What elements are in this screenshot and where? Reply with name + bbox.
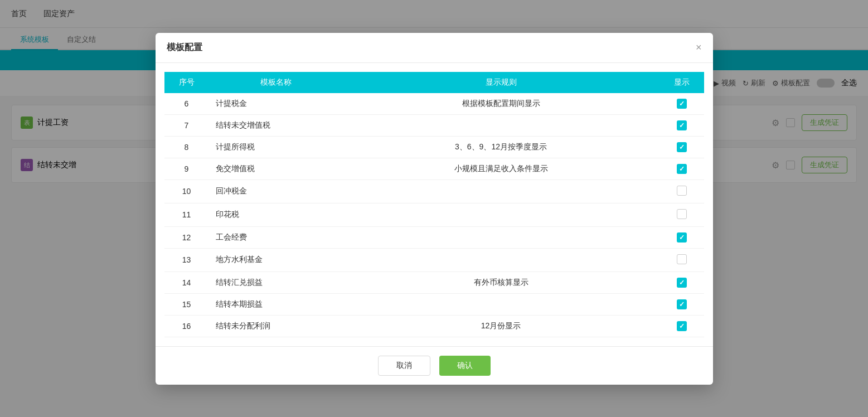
row-name: 结转本期损益	[209, 293, 343, 315]
row-checkbox[interactable]	[677, 299, 687, 309]
table-scroll[interactable]: 序号 模板名称 显示规则 显示 6计提税金根据模板配置期间显示7结转未交增值税8…	[164, 72, 704, 337]
row-checkbox[interactable]	[677, 186, 687, 196]
config-table: 序号 模板名称 显示规则 显示 6计提税金根据模板配置期间显示7结转未交增值税8…	[164, 72, 704, 337]
row-name: 回冲税金	[209, 180, 343, 203]
table-row: 11印花税	[164, 203, 704, 226]
table-row: 7结转未交增值税	[164, 114, 704, 136]
row-checkbox[interactable]	[677, 142, 687, 152]
table-row: 8计提所得税3、6、9、12月按季度显示	[164, 136, 704, 158]
row-rule: 有外币核算显示	[343, 271, 660, 293]
row-checkbox-cell	[660, 93, 704, 115]
row-checkbox[interactable]	[677, 254, 687, 264]
row-checkbox-cell	[660, 114, 704, 136]
row-rule: 小规模且满足收入条件显示	[343, 158, 660, 180]
table-row: 10回冲税金	[164, 180, 704, 203]
row-id: 12	[164, 226, 209, 248]
table-row: 14结转汇兑损益有外币核算显示	[164, 271, 704, 293]
modal-header: 模板配置 ×	[156, 33, 713, 63]
row-rule	[343, 293, 660, 315]
row-rule	[343, 248, 660, 271]
row-id: 8	[164, 136, 209, 158]
table-row: 12工会经费	[164, 226, 704, 248]
row-checkbox-cell	[660, 226, 704, 248]
modal-close-button[interactable]: ×	[696, 42, 702, 52]
row-id: 11	[164, 203, 209, 226]
row-name: 计提税金	[209, 93, 343, 115]
modal-body: 序号 模板名称 显示规则 显示 6计提税金根据模板配置期间显示7结转未交增值税8…	[156, 63, 713, 346]
row-checkbox[interactable]	[677, 278, 687, 288]
row-checkbox[interactable]	[677, 120, 687, 130]
row-checkbox-cell	[660, 180, 704, 203]
row-rule	[343, 114, 660, 136]
col-header-rule: 显示规则	[343, 72, 660, 93]
row-rule: 根据模板配置期间显示	[343, 93, 660, 115]
row-rule	[343, 226, 660, 248]
row-rule	[343, 203, 660, 226]
row-name: 地方水利基金	[209, 248, 343, 271]
row-id: 7	[164, 114, 209, 136]
col-header-id: 序号	[164, 72, 209, 93]
col-header-name: 模板名称	[209, 72, 343, 93]
row-name: 结转汇兑损益	[209, 271, 343, 293]
confirm-button[interactable]: 确认	[439, 356, 491, 376]
row-checkbox-cell	[660, 158, 704, 180]
row-checkbox-cell	[660, 293, 704, 315]
row-checkbox-cell	[660, 271, 704, 293]
row-id: 16	[164, 315, 209, 337]
row-id: 9	[164, 158, 209, 180]
row-id: 14	[164, 271, 209, 293]
row-checkbox-cell	[660, 136, 704, 158]
col-header-display: 显示	[660, 72, 704, 93]
modal-template-config: 模板配置 × 序号 模板名称 显示规则 显示 6计提税金根据模板配置期间显	[156, 33, 713, 385]
row-id: 15	[164, 293, 209, 315]
row-checkbox-cell	[660, 203, 704, 226]
row-checkbox[interactable]	[677, 99, 687, 109]
row-name: 计提所得税	[209, 136, 343, 158]
row-name: 工会经费	[209, 226, 343, 248]
row-checkbox-cell	[660, 248, 704, 271]
row-checkbox[interactable]	[677, 321, 687, 331]
row-rule	[343, 180, 660, 203]
modal-footer: 取消 确认	[156, 346, 713, 385]
row-name: 结转未交增值税	[209, 114, 343, 136]
row-name: 免交增值税	[209, 158, 343, 180]
row-id: 10	[164, 180, 209, 203]
table-row: 13地方水利基金	[164, 248, 704, 271]
row-checkbox[interactable]	[677, 232, 687, 243]
modal-title: 模板配置	[167, 42, 202, 54]
modal-overlay: 模板配置 × 序号 模板名称 显示规则 显示 6计提税金根据模板配置期间显	[0, 0, 868, 417]
row-rule: 12月份显示	[343, 315, 660, 337]
row-rule: 3、6、9、12月按季度显示	[343, 136, 660, 158]
table-row: 15结转本期损益	[164, 293, 704, 315]
row-id: 6	[164, 93, 209, 115]
row-name: 结转未分配利润	[209, 315, 343, 337]
table-row: 9免交增值税小规模且满足收入条件显示	[164, 158, 704, 180]
row-name: 印花税	[209, 203, 343, 226]
row-checkbox[interactable]	[677, 164, 687, 174]
row-checkbox-cell	[660, 315, 704, 337]
row-checkbox[interactable]	[677, 209, 687, 219]
row-id: 13	[164, 248, 209, 271]
table-row: 6计提税金根据模板配置期间显示	[164, 93, 704, 115]
cancel-button[interactable]: 取消	[378, 356, 430, 376]
table-row: 16结转未分配利润12月份显示	[164, 315, 704, 337]
